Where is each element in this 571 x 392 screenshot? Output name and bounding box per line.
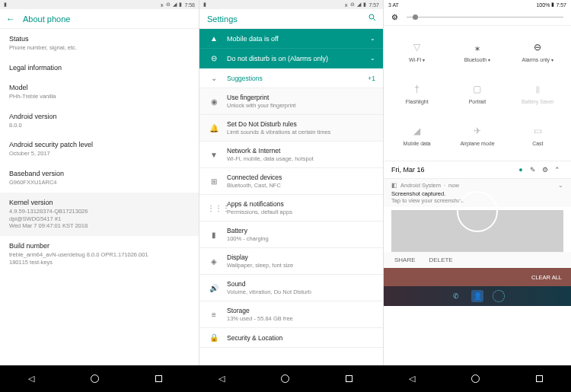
settings-item[interactable]: ▮Battery100% - charging [199, 221, 383, 248]
item-title: Storage [227, 307, 375, 314]
settings-item[interactable]: ▼Network & InternetWi-Fi, mobile, data u… [199, 142, 383, 168]
statusbar: ▮ ⁎ ⊖ ◢ ▮ 7:58 [0, 0, 199, 9]
nav-recent-icon[interactable] [346, 375, 352, 382]
item-sub: Wallpaper, sleep, font size [227, 262, 375, 269]
item-sub: PHh-Treble vanilla [9, 93, 190, 100]
alert-icon: ⊖ [207, 54, 221, 62]
edit-icon[interactable]: ✎ [527, 166, 539, 174]
bt-icon: ⁎ [161, 2, 164, 8]
alert-row[interactable]: ▲Mobile data is off⌄ [199, 29, 383, 49]
nav-home-icon[interactable] [471, 374, 480, 383]
alert-text: Mobile data is off [227, 35, 370, 43]
notif-app: Android System [400, 182, 441, 189]
chevron-up-icon[interactable]: ⌃ [551, 166, 563, 174]
qs-tile-rotate[interactable]: ▢Portrait [447, 72, 507, 114]
alert-text: Do not disturb is on (Alarms only) [227, 55, 370, 62]
saver-icon: ▮ [535, 82, 541, 96]
page-title: Settings [207, 14, 238, 24]
nav-recent-icon[interactable] [155, 375, 162, 382]
clock: 7:57 [556, 2, 566, 8]
share-button[interactable]: SHARE [394, 257, 416, 263]
item-title: Display [227, 253, 375, 261]
battery-pct: 100% [536, 2, 550, 8]
nav-back-icon[interactable]: ◁ [219, 374, 225, 384]
qs-tile-flash[interactable]: †Flashlight [387, 72, 447, 114]
chevron-down-icon: ⌄ [207, 74, 221, 82]
settings-item[interactable]: ≡Storage13% used - 55.84 GB free [199, 301, 383, 328]
alert-row[interactable]: ⊖Do not disturb is on (Alarms only)⌄ [199, 49, 383, 69]
list-item[interactable]: Legal information [0, 58, 199, 78]
item-title: Baseband version [9, 170, 190, 177]
air-icon: ✈ [474, 124, 481, 138]
contacts-icon[interactable]: 👤 [471, 290, 483, 302]
settings-item[interactable]: ◈DisplayWallpaper, sleep, font size [199, 248, 383, 275]
nav-home-icon[interactable] [281, 374, 289, 383]
item-sub: 13% used - 55.84 GB free [227, 315, 375, 322]
item-sub: Wi-Fi, mobile, data usage, hotspot [227, 155, 375, 162]
gear-icon[interactable]: ⚙ [391, 13, 400, 22]
qs-tile-mdata[interactable]: ◢Mobile data [387, 114, 447, 156]
list-item[interactable]: Android security patch levelOctober 5, 2… [0, 135, 199, 164]
item-title: Build number [9, 242, 190, 250]
settings-item[interactable]: ⋮⋮⋮Apps & notificationsPermissions, defa… [199, 195, 383, 221]
suggestion-item[interactable]: 🔔Set Do Not Disturb rulesLimit sounds & … [199, 115, 383, 142]
item-title: Battery [227, 227, 375, 234]
suggestion-item[interactable]: ◉Use fingerprintUnlock with your fingerp… [199, 88, 383, 115]
settings-item[interactable]: ⊞Connected devicesBluetooth, Cast, NFC [199, 168, 383, 195]
notif-actions: SHARE DELETE [384, 252, 571, 268]
item-title: Use fingerprint [227, 94, 375, 101]
qs-tile-cast[interactable]: ▭Cast [508, 114, 568, 156]
user-icon[interactable]: ● [515, 166, 527, 174]
suggestions-count: +1 [368, 75, 375, 82]
list-item[interactable]: StatusPhone number, signal, etc. [0, 29, 199, 58]
wifi-icon: ▼ [207, 151, 221, 159]
left-indicator-icon: ▮ [4, 2, 7, 8]
settings-item[interactable]: 🔊SoundVolume, vibration, Do Not Disturb [199, 275, 383, 301]
nav-recent-icon[interactable] [536, 375, 543, 382]
screenshot-preview[interactable] [391, 210, 563, 252]
delete-button[interactable]: DELETE [429, 257, 453, 263]
item-title: Legal information [9, 64, 190, 72]
item-sub: Phone number, signal, etc. [9, 44, 190, 52]
nav-back-icon[interactable]: ◁ [409, 374, 415, 384]
chevron-down-icon[interactable]: ⌄ [558, 182, 563, 189]
qs-tile-air[interactable]: ✈Airplane mode [447, 114, 507, 156]
tile-label: Flashlight [406, 99, 429, 104]
apps-icon: ⋮⋮⋮ [207, 204, 221, 212]
list-item[interactable]: Android version8.0.0 [0, 107, 199, 135]
list-item[interactable]: Build numbertreble_arm64_avN-userdebug 8… [0, 236, 199, 272]
qs-tile-dnd[interactable]: ⊖Alarms only▾ [508, 30, 568, 72]
item-title: Model [9, 84, 190, 91]
app-dock: ✆ 👤 [384, 286, 571, 306]
qs-tile-saver[interactable]: ▮Battery Saver [508, 72, 568, 114]
statusbar: 3 AT 100% ▮ 7:57 [384, 0, 571, 9]
item-title: Network & Internet [227, 147, 375, 155]
suggestions-header[interactable]: ⌄Suggestions+1 [199, 69, 383, 88]
about-list: StatusPhone number, signal, etc.Legal in… [0, 29, 199, 272]
page-title: About phone [23, 14, 70, 24]
appbar: Settings [199, 9, 383, 29]
app-drawer-icon[interactable] [493, 290, 505, 302]
back-icon[interactable]: ← [6, 14, 15, 24]
dialer-icon[interactable]: ✆ [450, 290, 462, 302]
item-title: Kernel version [9, 199, 190, 206]
devices-icon: ⊞ [207, 177, 221, 186]
list-item[interactable]: Kernel version4.9.59-13128374-QB17213026… [0, 193, 199, 236]
qs-tile-wifi[interactable]: ▽Wi-Fi▾ [387, 30, 447, 72]
settings-icon[interactable]: ⚙ [539, 166, 551, 174]
svg-point-0 [369, 14, 374, 19]
list-item[interactable]: ModelPHh-Treble vanilla [0, 78, 199, 107]
nav-back-icon[interactable]: ◁ [28, 374, 34, 384]
nav-home-icon[interactable] [91, 374, 99, 383]
list-item[interactable]: Baseband versionG960FXXU1ARC4 [0, 164, 199, 193]
qs-tile-bt[interactable]: ⁎Bluetooth▾ [447, 30, 507, 72]
item-sub: Limit sounds & vibrations at certain tim… [227, 129, 375, 135]
clear-all-button[interactable]: CLEAR ALL [531, 274, 562, 281]
appbar: ← About phone [0, 9, 199, 29]
tile-label: Bluetooth▾ [464, 57, 491, 62]
search-icon[interactable] [368, 13, 377, 24]
rotate-icon: ▢ [473, 82, 481, 96]
brightness-slider[interactable] [407, 17, 563, 18]
dnd-icon: ⊖ [534, 40, 541, 54]
settings-item[interactable]: 🔒Security & Location [199, 328, 383, 348]
